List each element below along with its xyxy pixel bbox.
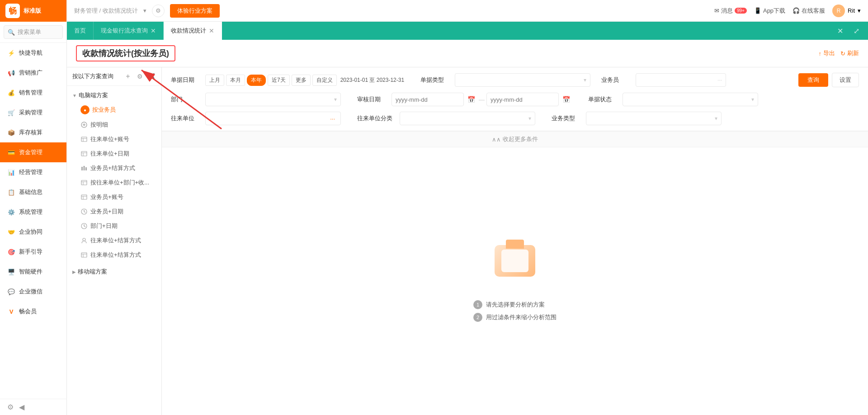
date-more[interactable]: 更多 <box>292 75 311 86</box>
tree-item-by-detail[interactable]: 按明细 <box>67 118 161 132</box>
user-dropdown-icon: ▾ <box>858 7 861 14</box>
sidebar-item-wechat[interactable]: 💬 企业微信 <box>0 282 66 302</box>
solution-button[interactable]: 体验行业方案 <box>170 4 220 18</box>
partner-more-icon[interactable]: ··· <box>328 115 337 122</box>
user-profile[interactable]: R Rit ▾ <box>832 5 861 17</box>
tree-item-salesperson-date[interactable]: 业务员+日期 <box>67 204 161 219</box>
audit-start-calendar-icon[interactable]: 📅 <box>466 96 477 103</box>
date-this-month[interactable]: 本月 <box>226 75 245 86</box>
tab-receipt-stats-close[interactable]: ✕ <box>209 28 214 34</box>
partner-payment2-icon <box>80 251 88 259</box>
refresh-button[interactable]: ↻ 刷新 <box>840 49 859 57</box>
tree-item-partner-payment1[interactable]: 往来单位+结算方式 <box>67 233 161 248</box>
filter-row-2: 部门 ▾ 审核日期 📅 — 📅 单据状态 <box>171 93 859 106</box>
salesperson-account-icon <box>80 193 88 201</box>
left-panel-title: 按以下方案查询 <box>72 72 113 80</box>
desktop-scheme-group[interactable]: ▼ 电脑端方案 <box>67 89 161 102</box>
sidebar-item-quick-nav[interactable]: ⚡ 快捷导航 <box>0 43 66 63</box>
sidebar-item-purchase[interactable]: 🛒 采购管理 <box>0 103 66 123</box>
warehouse-icon: 📦 <box>7 128 15 137</box>
salesperson-select[interactable]: ··· <box>636 73 726 87</box>
biz-type-select[interactable]: ▾ <box>586 112 722 125</box>
doc-status-dropdown-icon: ▾ <box>751 96 754 103</box>
close-window-icon[interactable]: ✕ <box>834 24 846 37</box>
doc-type-dropdown-icon: ▾ <box>584 77 586 83</box>
hardware-icon: 🖥️ <box>7 268 15 276</box>
tabbar: 首页 现金银行流水查询 ✕ 收款情况统计 ✕ ✕ ⤢ <box>67 22 868 40</box>
doc-type-select[interactable]: ▾ <box>455 73 590 87</box>
sidebar-item-system[interactable]: ⚙️ 系统管理 <box>0 202 66 222</box>
tab-bank-flow-close[interactable]: ✕ <box>151 28 156 34</box>
audit-date-start-input[interactable] <box>392 93 464 106</box>
partner-category-select[interactable]: ▾ <box>400 112 535 125</box>
sidebar-item-finance[interactable]: 💳 资金管理 <box>0 142 66 162</box>
tree-item-partner-date[interactable]: 往来单位+日期 <box>67 146 161 161</box>
tab-bank-flow[interactable]: 现金银行流水查询 ✕ <box>94 22 164 40</box>
mobile-scheme-group[interactable]: ▶ 移动端方案 <box>67 265 161 278</box>
export-button[interactable]: ↑ 导出 <box>819 49 835 57</box>
search-menu-button[interactable]: 🔍 搜索菜单 <box>4 25 63 39</box>
maximize-window-icon[interactable]: ⤢ <box>850 24 863 37</box>
scheme-settings-button[interactable]: ⚙ <box>135 72 144 81</box>
message-label: 消息 <box>721 7 733 15</box>
empty-illustration <box>488 241 542 295</box>
dept-select[interactable]: ▾ <box>205 93 341 106</box>
tree-item-partner-account[interactable]: 往来单位+账号 <box>67 132 161 146</box>
sidebar-item-marketing[interactable]: 📢 营销推广 <box>0 63 66 83</box>
sidebar-item-guide[interactable]: 🎯 新手引导 <box>0 242 66 262</box>
query-button[interactable]: 查询 <box>798 73 828 87</box>
message-button[interactable]: ✉ 消息 99+ <box>714 7 747 15</box>
tree-item-partner-dept[interactable]: 按往来单位+部门+收... <box>67 175 161 190</box>
tab-receipt-stats[interactable]: 收款情况统计 ✕ <box>164 22 222 40</box>
sidebar-item-vip[interactable]: V 畅会员 <box>0 302 66 321</box>
sidebar-item-hardware[interactable]: 🖥️ 智能硬件 <box>0 262 66 282</box>
audit-end-calendar-icon[interactable]: 📅 <box>561 96 572 103</box>
online-service-button[interactable]: 🎧 在线客服 <box>793 7 825 15</box>
refresh-label: 刷新 <box>847 49 859 57</box>
tab-home[interactable]: 首页 <box>67 22 94 40</box>
sidebar-item-warehouse[interactable]: 📦 库存核算 <box>0 123 66 142</box>
collapse-bar[interactable]: ∧∧ 收起更多条件 <box>162 131 868 147</box>
collapse-panel-button[interactable]: 《 <box>147 72 156 81</box>
salesperson-payment-icon <box>80 165 88 172</box>
footer-collapse-icon[interactable]: ◀ <box>19 403 24 411</box>
partner-payment1-icon <box>80 237 88 244</box>
sidebar-item-sales[interactable]: 💰 销售管理 <box>0 83 66 103</box>
sidebar-item-basic[interactable]: 📋 基础信息 <box>0 182 66 202</box>
svg-rect-6 <box>81 151 87 156</box>
date-last-7-days[interactable]: 近7天 <box>268 75 290 86</box>
sidebar-item-corp[interactable]: 🤝 企业协同 <box>0 222 66 242</box>
logo-icon: 畅 <box>5 4 20 18</box>
step-2-label: 用过滤条件来缩小分析范围 <box>486 313 557 321</box>
topbar: 财务管理 / 收款情况统计 ▾ ⚙ 体验行业方案 ✉ 消息 99+ 📱 App下… <box>67 0 868 22</box>
svg-rect-3 <box>81 137 87 141</box>
tree-item-dept-date[interactable]: 部门+日期 <box>67 219 161 233</box>
tree-item-by-salesperson[interactable]: ● 按业务员 <box>67 102 161 118</box>
partner-select[interactable]: ··· <box>205 112 341 125</box>
settings-button[interactable]: 设置 <box>832 73 859 87</box>
empty-step-2: 2 用过滤条件来缩小分析范围 <box>473 313 557 322</box>
search-icon: 🔍 <box>8 29 15 36</box>
download-icon: 📱 <box>754 7 761 14</box>
app-download-button[interactable]: 📱 App下载 <box>754 7 785 15</box>
body-layout: 按以下方案查询 + ⚙ 《 ▼ 电脑端方案 ● 按业务员 <box>67 67 868 415</box>
svg-rect-9 <box>81 167 83 170</box>
tab-bank-flow-label: 现金银行流水查询 <box>101 27 148 35</box>
date-custom[interactable]: 自定义 <box>312 75 337 86</box>
tree-item-partner-payment2[interactable]: 往来单位+结算方式 <box>67 248 161 262</box>
audit-date-end-input[interactable] <box>486 93 559 106</box>
topbar-settings-btn[interactable]: ⚙ <box>152 5 165 17</box>
tree-item-salesperson-payment[interactable]: 业务员+结算方式 <box>67 161 161 175</box>
collapse-label: 收起更多条件 <box>503 135 538 143</box>
sidebar-item-operation[interactable]: 📊 经营管理 <box>0 162 66 182</box>
tree-item-salesperson-account[interactable]: 业务员+账号 <box>67 190 161 204</box>
date-this-year[interactable]: 本年 <box>247 75 266 86</box>
footer-settings-icon[interactable]: ⚙ <box>7 403 14 411</box>
add-scheme-button[interactable]: + <box>123 72 132 81</box>
collapse-conditions-button[interactable]: ∧∧ 收起更多条件 <box>492 135 538 143</box>
breadcrumb-dropdown-icon[interactable]: ▾ <box>143 7 146 14</box>
doc-status-select[interactable]: ▾ <box>623 93 758 106</box>
date-last-month[interactable]: 上月 <box>205 75 224 86</box>
tabbar-right-controls: ✕ ⤢ <box>834 24 868 37</box>
empty-state: 1 请先选择要分析的方案 2 用过滤条件来缩小分析范围 <box>162 147 868 415</box>
